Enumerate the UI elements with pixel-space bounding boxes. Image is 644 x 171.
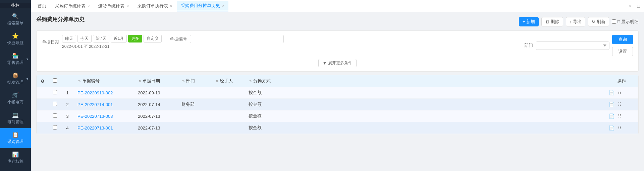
td-settings-0 — [37, 87, 49, 99]
row-checkbox-3[interactable] — [53, 125, 57, 130]
date-btn-more[interactable]: 更多 — [128, 35, 142, 42]
date-range-display: 2022-01-01 至 2022-12-31 — [62, 44, 162, 50]
more-icon-2[interactable]: ⠿ — [617, 113, 622, 119]
th-doc-date[interactable]: ⇅ 单据日期 — [135, 75, 178, 87]
show-cols-checkbox[interactable] — [612, 19, 616, 24]
tab-purchase-order-stats-label: 采购订单统计表 — [55, 3, 86, 9]
date-btn-yesterday[interactable]: 昨天 — [62, 35, 76, 42]
filter-doc-section: 单据编号 — [162, 35, 524, 43]
sort-icon: ⇅ — [78, 79, 81, 83]
sidebar-item-mini-shop[interactable]: 🛒 小畅电商 — [0, 89, 31, 108]
view-icon-0[interactable]: 📄 — [608, 89, 615, 96]
expand-label: 展开更多条件 — [328, 60, 352, 66]
td-check-1[interactable] — [49, 99, 61, 110]
more-icon-1[interactable]: ⠿ — [617, 101, 622, 108]
th-split-method[interactable]: ⇅ 分摊方式 — [245, 75, 605, 87]
td-no-1: 2 — [61, 99, 74, 110]
sidebar-item-inventory[interactable]: 📊 库存核算 — [0, 148, 31, 168]
tab-right-controls: × □ — [628, 2, 641, 10]
sidebar-item-search[interactable]: 🔍 搜索菜单 — [0, 10, 31, 29]
row-checkbox-1[interactable] — [53, 102, 57, 106]
td-doc-no-2[interactable]: PE-20220713-003 — [74, 110, 135, 122]
expand-conditions-button[interactable]: ▼ 展开更多条件 — [318, 59, 357, 67]
page-title: 采购费用分摊单历史 — [36, 16, 85, 23]
td-doc-no-0[interactable]: PE-20220919-002 — [74, 87, 135, 99]
td-dept-3 — [178, 122, 212, 134]
td-doc-no-1[interactable]: PE-20220714-001 — [74, 99, 135, 110]
minimize-button[interactable]: × — [628, 2, 633, 10]
td-action-1: 📄 ⠿ — [605, 99, 638, 110]
doc-no-link-1[interactable]: PE-20220714-001 — [77, 102, 113, 107]
dept-select[interactable]: 财务部 — [536, 41, 609, 50]
th-handler[interactable]: ⇅ 经手人 — [212, 75, 245, 87]
sidebar-item-label: 快捷导航 — [7, 40, 23, 46]
td-settings-3 — [37, 122, 49, 134]
sidebar-item-quick-nav[interactable]: ⭐ 快捷导航 — [0, 29, 31, 49]
tab-purchase-cost-history[interactable]: 采购费用分摊单历史 × — [177, 1, 228, 11]
view-icon-3[interactable]: 📄 — [608, 124, 615, 131]
doc-no-input[interactable] — [190, 35, 284, 43]
date-btn-1month[interactable]: 近1月 — [111, 35, 127, 42]
td-no-3: 4 — [61, 122, 74, 134]
query-button[interactable]: 查询 — [612, 35, 633, 44]
date-btn-custom[interactable]: 自定义 — [144, 35, 162, 42]
date-buttons: 昨天 今天 近7天 近1月 更多 自定义 — [62, 35, 162, 42]
close-icon[interactable]: × — [222, 4, 224, 8]
select-all-checkbox[interactable] — [53, 78, 57, 83]
th-doc-no[interactable]: ⇅ 单据编号 — [74, 75, 135, 87]
sidebar-item-ecommerce[interactable]: 💻 电商管理 — [0, 108, 31, 128]
add-button[interactable]: + 新增 — [519, 17, 539, 26]
th-dept[interactable]: ⇅ 部门 — [178, 75, 212, 87]
td-date-3: 2022-07-13 — [135, 122, 178, 134]
view-icon-1[interactable]: 📄 — [608, 101, 615, 108]
th-settings[interactable]: ⚙ — [37, 75, 49, 87]
td-method-0: 按金额 — [245, 87, 605, 99]
close-icon[interactable]: × — [88, 4, 90, 8]
maximize-button[interactable]: □ — [636, 2, 641, 10]
date-btn-today[interactable]: 今天 — [77, 35, 92, 42]
td-doc-no-3[interactable]: PE-20220713-001 — [74, 122, 135, 134]
td-action-3: 📄 ⠿ — [605, 122, 638, 134]
doc-no-link-2[interactable]: PE-20220713-003 — [77, 114, 113, 119]
td-settings-2 — [37, 110, 49, 122]
close-icon[interactable]: × — [126, 4, 128, 8]
td-check-3[interactable] — [49, 122, 61, 134]
sidebar-item-purchase[interactable]: 📋 采购管理 — [0, 128, 31, 148]
export-button[interactable]: ↑ 导出 — [566, 17, 585, 26]
chevron-down-icon: ▼ — [26, 58, 29, 61]
doc-no-link-0[interactable]: PE-20220919-002 — [77, 90, 113, 95]
delete-button[interactable]: 🗑 删除 — [541, 17, 563, 26]
td-check-0[interactable] — [49, 87, 61, 99]
row-checkbox-0[interactable] — [53, 90, 57, 94]
td-dept-0 — [178, 87, 212, 99]
retail-icon: 🏪 — [12, 53, 19, 59]
tab-goods-in-stats-label: 进货单统计表 — [98, 3, 124, 9]
close-icon[interactable]: × — [170, 4, 172, 8]
filter-top-row: 单据日期 昨天 今天 近7天 近1月 更多 自定义 2022-01-01 至 2… — [42, 35, 633, 56]
tab-purchase-order-stats[interactable]: 采购订单统计表 × — [51, 1, 94, 11]
doc-no-link-3[interactable]: PE-20220713-001 — [77, 125, 113, 131]
view-icon-2[interactable]: 📄 — [608, 113, 615, 119]
th-check[interactable] — [49, 75, 61, 87]
sidebar-item-finance[interactable]: 💰 资金管理 — [0, 168, 31, 171]
sidebar-item-retail[interactable]: 🏪 零售管理 ▼ — [0, 49, 31, 69]
sidebar-item-wholesale[interactable]: 📦 批发管理 ▼ — [0, 69, 31, 89]
settings-button[interactable]: 设置 — [612, 47, 633, 56]
th-no — [61, 75, 74, 87]
star-icon: ⭐ — [12, 33, 19, 39]
sort-icon: ⇅ — [139, 79, 141, 83]
tab-purchase-order-exec[interactable]: 采购订单执行表 × — [133, 1, 176, 11]
date-btn-7days[interactable]: 近7天 — [93, 35, 109, 42]
td-dept-2 — [178, 110, 212, 122]
td-check-2[interactable] — [49, 110, 61, 122]
show-cols-toggle[interactable]: □ 显示明细 — [612, 19, 639, 25]
tab-home[interactable]: 首页 — [34, 1, 50, 11]
td-date-0: 2022-09-19 — [135, 87, 178, 99]
td-date-2: 2022-07-13 — [135, 110, 178, 122]
more-icon-0[interactable]: ⠿ — [617, 89, 622, 96]
row-checkbox-2[interactable] — [53, 113, 57, 118]
tab-goods-in-stats[interactable]: 进货单统计表 × — [94, 1, 132, 11]
refresh-button[interactable]: ↻ 刷新 — [588, 17, 609, 26]
more-icon-3[interactable]: ⠿ — [617, 124, 622, 131]
td-no-2: 3 — [61, 110, 74, 122]
